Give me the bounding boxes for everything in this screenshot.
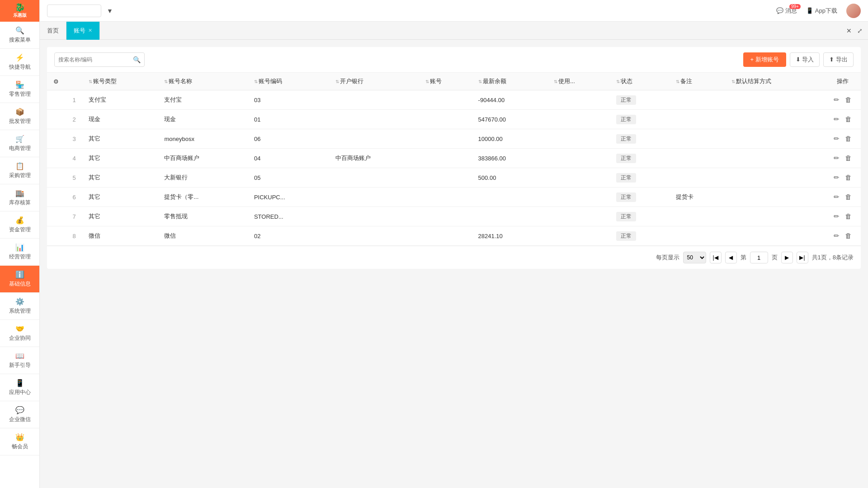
cell-status: 正常 <box>611 226 670 246</box>
sidebar-item-apps[interactable]: 📱 应用中心 <box>0 374 39 401</box>
sidebar-item-retail[interactable]: 🏪 零售管理 <box>0 76 39 103</box>
cell-actions: ✏ 🗑 <box>825 149 861 168</box>
delete-button[interactable]: 🗑 <box>843 153 854 163</box>
page-next-button[interactable]: ▶ <box>781 252 793 263</box>
sidebar-item-inventory[interactable]: 🏬 库存核算 <box>0 184 39 211</box>
col-type[interactable]: ⇅账号类型 <box>83 73 159 90</box>
message-button[interactable]: 💬 消息 99+ <box>776 7 797 15</box>
cell-bank <box>330 110 420 129</box>
header-right: 💬 消息 99+ 📱 App下载 <box>776 4 861 18</box>
apps-icon: 📱 <box>15 379 24 387</box>
sidebar-item-wholesale[interactable]: 📦 批发管理 <box>0 103 39 130</box>
sidebar-item-quicknav[interactable]: ⚡ 快捷导航 <box>0 49 39 76</box>
toolbar: 🔍 + 新增账号 ⬇ 导入 ⬆ 导出 <box>47 47 861 73</box>
col-name[interactable]: ⇅账号名称 <box>159 73 249 90</box>
edit-button[interactable]: ✏ <box>832 95 841 105</box>
edit-button[interactable]: ✏ <box>832 134 841 144</box>
export-button[interactable]: ⬆ 导出 <box>823 52 854 67</box>
cell-usage <box>548 110 611 129</box>
cell-default-payment <box>726 129 825 149</box>
sidebar-item-search[interactable]: 🔍 搜索菜单 <box>0 22 39 49</box>
cell-balance: 10000.00 <box>473 129 548 149</box>
delete-button[interactable]: 🗑 <box>843 173 854 182</box>
cell-actions: ✏ 🗑 <box>825 90 861 110</box>
sidebar-item-wechat[interactable]: 💬 企业微信 <box>0 401 39 428</box>
import-button[interactable]: ⬇ 导入 <box>790 52 820 67</box>
col-default-payment[interactable]: ⇅默认结算方式 <box>726 73 825 90</box>
tab-account[interactable]: 账号 ✕ <box>66 22 100 40</box>
col-bank[interactable]: ⇅开户银行 <box>330 73 420 90</box>
cell-default-payment <box>726 90 825 110</box>
delete-button[interactable]: 🗑 <box>843 95 854 104</box>
tab-expand-button[interactable]: ⤢ <box>855 25 864 36</box>
top-search-input[interactable] <box>47 5 101 17</box>
add-account-button[interactable]: + 新增账号 <box>743 52 786 67</box>
col-gear[interactable]: ⚙ <box>47 73 65 90</box>
page-label: 第 <box>741 253 746 262</box>
delete-button[interactable]: 🗑 <box>843 192 854 202</box>
cell-idx: 8 <box>65 226 83 246</box>
cell-type: 现金 <box>83 110 159 129</box>
ecommerce-icon: 🛒 <box>15 135 24 143</box>
col-usage[interactable]: ⇅使用... <box>548 73 611 90</box>
cell-idx: 1 <box>65 90 83 110</box>
sidebar-item-guide[interactable]: 📖 新手引导 <box>0 347 39 374</box>
cell-status: 正常 <box>611 110 670 129</box>
delete-button[interactable]: 🗑 <box>843 114 854 124</box>
tab-bar: 首页 账号 ✕ ✕ ⤢ <box>40 22 868 40</box>
sidebar-item-vip[interactable]: 👑 畅会员 <box>0 428 39 455</box>
edit-button[interactable]: ✏ <box>832 211 841 221</box>
tab-close-window-button[interactable]: ✕ <box>844 25 854 36</box>
cell-gear <box>47 129 65 149</box>
delete-button[interactable]: 🗑 <box>843 231 854 240</box>
cell-type: 其它 <box>83 207 159 226</box>
page-first-button[interactable]: |◀ <box>710 252 722 263</box>
sidebar-item-system[interactable]: ⚙️ 系统管理 <box>0 293 39 320</box>
col-status[interactable]: ⇅状态 <box>611 73 670 90</box>
app-download-button[interactable]: 📱 App下载 <box>806 7 837 15</box>
edit-button[interactable]: ✏ <box>832 231 841 241</box>
sidebar-item-ecommerce[interactable]: 🛒 电商管理 <box>0 130 39 157</box>
delete-button[interactable]: 🗑 <box>843 134 854 143</box>
col-account[interactable]: ⇅账号 <box>420 73 473 90</box>
sidebar-item-purchase[interactable]: 📋 采购管理 <box>0 157 39 184</box>
cell-balance: 28241.10 <box>473 226 548 246</box>
edit-button[interactable]: ✏ <box>832 114 841 124</box>
page-size-label: 每页显示 <box>656 253 679 262</box>
cell-usage <box>548 129 611 149</box>
table-row: 7 其它 零售抵现 STORED... 正常 ✏ 🗑 <box>47 207 861 226</box>
sidebar-item-label: 企业微信 <box>9 416 31 423</box>
col-remark[interactable]: ⇅备注 <box>670 73 726 90</box>
page-prev-button[interactable]: ◀ <box>725 252 737 263</box>
cell-default-payment <box>726 226 825 246</box>
sidebar-item-operations[interactable]: 📊 经营管理 <box>0 239 39 266</box>
col-balance[interactable]: ⇅最新余额 <box>473 73 548 90</box>
sidebar-item-label: 基础信息 <box>9 280 31 288</box>
cell-actions: ✏ 🗑 <box>825 129 861 149</box>
edit-button[interactable]: ✏ <box>832 153 841 163</box>
tab-close-icon[interactable]: ✕ <box>88 28 92 33</box>
cell-bank <box>330 207 420 226</box>
tab-home[interactable]: 首页 <box>40 22 66 40</box>
sidebar-item-basic[interactable]: ℹ️ 基础信息 <box>0 266 39 293</box>
edit-button[interactable]: ✏ <box>832 192 841 202</box>
page-last-button[interactable]: ▶| <box>797 252 808 263</box>
edit-button[interactable]: ✏ <box>832 173 841 183</box>
cell-balance: 547670.00 <box>473 110 548 129</box>
cell-actions: ✏ 🗑 <box>825 207 861 226</box>
sidebar-item-enterprise[interactable]: 🤝 企业协同 <box>0 320 39 347</box>
cell-gear <box>47 188 65 207</box>
delete-button[interactable]: 🗑 <box>843 211 854 221</box>
sidebar-item-label: 新手引导 <box>9 361 31 369</box>
sidebar-item-finance[interactable]: 💰 资金管理 <box>0 211 39 239</box>
cell-type: 其它 <box>83 168 159 188</box>
search-input[interactable] <box>58 56 133 63</box>
user-avatar[interactable] <box>846 4 861 18</box>
page-size-select[interactable]: 50 20 100 <box>683 252 706 263</box>
dropdown-button[interactable]: ▼ <box>107 7 113 14</box>
page-input[interactable] <box>750 252 768 263</box>
cell-status: 正常 <box>611 188 670 207</box>
cell-idx: 6 <box>65 188 83 207</box>
cell-name: 零售抵现 <box>159 207 249 226</box>
col-code[interactable]: ⇅账号编码 <box>249 73 330 90</box>
